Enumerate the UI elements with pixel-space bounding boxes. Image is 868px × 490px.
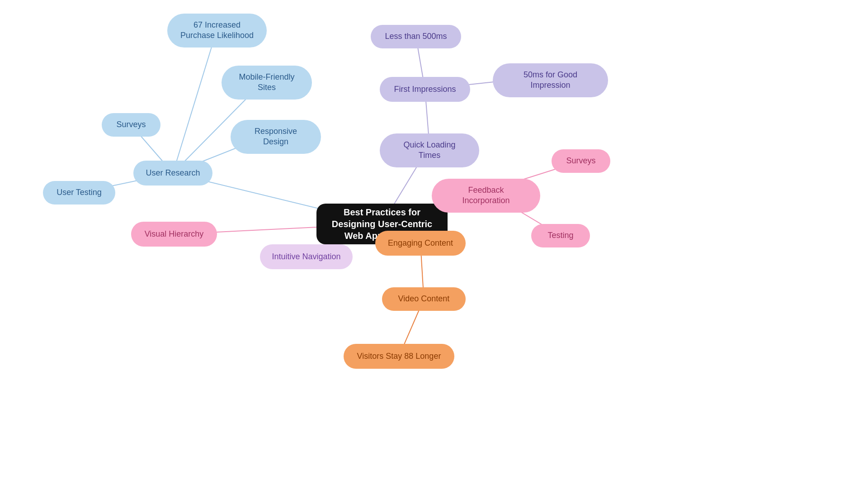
- svg-line-1: [173, 29, 217, 173]
- node-first_impressions: First Impressions: [380, 77, 470, 102]
- node-intuitive_nav: Intuitive Navigation: [260, 244, 353, 269]
- node-surveys_blue: Surveys: [102, 113, 160, 137]
- node-visual_hierarchy: Visual Hierarchy: [131, 222, 217, 247]
- node-increased_purchase: 67 Increased Purchase Likelihood: [167, 14, 267, 48]
- node-visitors_stay: Visitors Stay 88 Longer: [344, 344, 454, 369]
- node-less_than_500ms: Less than 500ms: [371, 25, 461, 48]
- node-video_content: Video Content: [382, 287, 466, 311]
- node-mobile_friendly: Mobile-Friendly Sites: [222, 66, 312, 100]
- node-user_testing: User Testing: [43, 181, 115, 205]
- node-50ms_good: 50ms for Good Impression: [493, 63, 608, 97]
- node-quick_loading: Quick Loading Times: [380, 133, 479, 167]
- node-user_research: User Research: [133, 161, 212, 186]
- node-testing: Testing: [531, 224, 590, 247]
- node-engaging_content: Engaging Content: [375, 231, 466, 256]
- node-feedback_inc: Feedback Incorporation: [432, 179, 540, 213]
- node-responsive_design: Responsive Design: [231, 120, 321, 154]
- mind-map-container: Best Practices for Designing User-Centri…: [0, 0, 868, 490]
- node-surveys_pink: Surveys: [552, 149, 610, 173]
